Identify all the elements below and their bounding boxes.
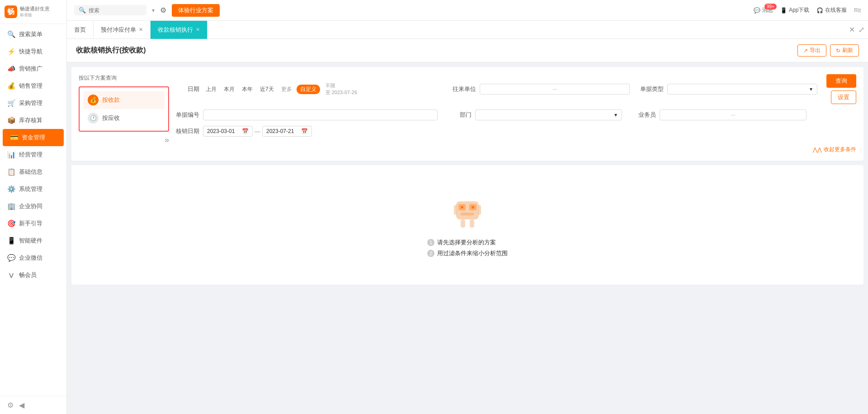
header-gear-icon[interactable]: ⚙ (160, 6, 166, 14)
app-icon: 📱 (780, 7, 787, 14)
tab-receipt-close-icon[interactable]: ✕ (196, 27, 200, 33)
date-btn-7days[interactable]: 近7天 (257, 85, 277, 94)
nav-label-operation: 经营管理 (19, 151, 42, 159)
sidebar-item-hardware[interactable]: 📱 智能硬件 (0, 232, 66, 249)
sidebar-item-system[interactable]: ⚙️ 系统管理 (0, 181, 66, 198)
header-user[interactable]: Rit (854, 7, 861, 14)
settings-btn[interactable]: 设置 (831, 90, 856, 104)
logo-text: 畅捷通好生意 (20, 5, 50, 12)
filter-option-receivable[interactable]: 🕐 按应收 (83, 109, 165, 127)
service-label: 在线客服 (825, 6, 847, 14)
tab-receipt[interactable]: 收款核销执行 ✕ (151, 21, 208, 39)
verify-date-end[interactable]: 2023-07-21 📅 (262, 126, 312, 137)
sidebar-item-vip[interactable]: V 畅会员 (0, 266, 66, 284)
date-btn-custom[interactable]: 自定义 (297, 85, 320, 94)
sidebar-item-wechat[interactable]: 💬 企业微信 (0, 249, 66, 266)
nav-icon-system: ⚙️ (7, 185, 15, 193)
nav-label-purchase: 采购管理 (19, 99, 42, 107)
filter-option-receipt[interactable]: 💰 按收款 (83, 91, 165, 109)
svg-point-8 (461, 206, 463, 209)
nav-icon-operation: 📊 (7, 151, 15, 159)
customer-input[interactable]: ··· (480, 84, 630, 95)
header-search-input[interactable] (89, 7, 134, 14)
tab-prepay[interactable]: 预付冲应付单 ✕ (94, 21, 151, 39)
filter-rows: 日期 上月 本月 本年 近7天 更多 自定义 不限 至 (175, 74, 856, 153)
refresh-icon: ↻ (836, 48, 840, 54)
industry-btn[interactable]: 体验行业方案 (172, 4, 220, 17)
header-right: 💬 消息 99+ 📱 App下载 🎧 在线客服 Rit (754, 6, 861, 14)
sidebar-item-inventory[interactable]: 📦 库存核算 (0, 112, 66, 129)
filter-customer-field: 往来单位 ··· (451, 84, 630, 95)
header-chevron-icon[interactable]: ▾ (152, 7, 155, 14)
tab-expand-icon[interactable]: ⤢ (859, 25, 864, 34)
header-app[interactable]: 📱 App下载 (780, 6, 809, 14)
logo-icon: 畅 (5, 5, 17, 18)
dept-label: 部门 (447, 111, 472, 119)
tab-bar-actions: ✕ ⤢ (849, 25, 868, 34)
voucher-type-select[interactable]: ▾ (667, 84, 817, 95)
date-btn-this-month[interactable]: 本月 (221, 85, 237, 94)
staff-input[interactable]: ··· (660, 109, 807, 120)
refresh-label: 刷新 (842, 47, 853, 54)
svg-rect-0 (456, 201, 479, 219)
query-btn[interactable]: 查询 (826, 74, 856, 88)
filter-voucher-no-field: 单据编号 (175, 109, 438, 120)
empty-tip-2: 2 用过滤条件来缩小分析范围 (427, 249, 508, 257)
date-btn-more[interactable]: 更多 (278, 85, 295, 94)
header-search-box[interactable]: 🔍 (74, 5, 146, 15)
sidebar-item-finance[interactable]: 💳 资金管理 (3, 129, 64, 146)
date-range-text: 不限 至 2023-07-26 (326, 82, 357, 96)
tab-bar: 首页 预付冲应付单 ✕ 收款核销执行 ✕ ✕ ⤢ (67, 21, 868, 39)
nav-label-hardware: 智能硬件 (19, 237, 42, 245)
nav-label-marketing: 营销推广 (19, 65, 42, 73)
receipt-option-icon: 💰 (88, 95, 99, 105)
tab-close-all-icon[interactable]: ✕ (849, 25, 855, 34)
tip-num-2: 2 (427, 250, 434, 257)
nav-icon-wechat: 💬 (7, 254, 15, 262)
filter-collapse-icon[interactable]: » (79, 135, 169, 145)
sidebar: 畅 畅捷通好生意 标准版 🔍 搜索菜单 ⚡ 快捷导航 📣 营销推广 💰 销售管理… (0, 0, 67, 414)
tip-text-2: 用过滤条件来缩小分析范围 (437, 249, 508, 257)
collapse-more-btn[interactable]: ⋀⋀ 收起更多条件 (813, 146, 856, 153)
sidebar-item-guide[interactable]: 🎯 新手引导 (0, 215, 66, 232)
header-service[interactable]: 🎧 在线客服 (816, 6, 847, 14)
sidebar-item-corp[interactable]: 🏢 企业协同 (0, 198, 66, 215)
sidebar-item-purchase[interactable]: 🛒 采购管理 (0, 95, 66, 112)
dept-chevron: ▾ (614, 112, 617, 118)
sidebar-item-search[interactable]: 🔍 搜索菜单 (0, 26, 66, 43)
verify-date-start[interactable]: 2023-03-01 📅 (203, 126, 253, 137)
collapse-sidebar-icon[interactable]: ◀ (19, 401, 24, 409)
settings-icon[interactable]: ⚙ (7, 401, 14, 409)
page-title: 收款核销执行(按收款) (76, 46, 146, 55)
query-actions: 查询 设置 (826, 74, 856, 104)
verify-date-inputs: 2023-03-01 📅 — 2023-07-21 📅 (203, 126, 312, 137)
sidebar-item-operation[interactable]: 📊 经营管理 (0, 146, 66, 163)
staff-label: 业务员 (631, 111, 656, 119)
voucher-no-input[interactable] (203, 109, 438, 120)
tab-prepay-close-icon[interactable]: ✕ (139, 27, 143, 33)
filter-voucher-type-field: 单据类型 ▾ (639, 84, 817, 95)
nav-label-quick: 快捷导航 (19, 48, 42, 56)
nav-icon-finance: 💳 (10, 133, 18, 142)
date-btn-last-month[interactable]: 上月 (203, 85, 219, 94)
nav-icon-vip: V (7, 271, 15, 279)
sidebar-logo: 畅 畅捷通好生意 标准版 (0, 0, 66, 24)
calendar-end-icon: 📅 (301, 128, 308, 134)
filter-options-box: 💰 按收款 🕐 按应收 (79, 86, 169, 132)
nav-icon-purchase: 🛒 (7, 99, 15, 107)
tab-home[interactable]: 首页 (67, 21, 94, 39)
sidebar-item-quick[interactable]: ⚡ 快捷导航 (0, 43, 66, 60)
main-area: 🔍 ▾ ⚙ 体验行业方案 💬 消息 99+ 📱 App下载 🎧 在线客服 Rit (67, 0, 868, 414)
sidebar-item-marketing[interactable]: 📣 营销推广 (0, 60, 66, 77)
header-msg[interactable]: 💬 消息 99+ (754, 6, 773, 14)
date-btn-this-year[interactable]: 本年 (239, 85, 255, 94)
svg-rect-7 (470, 219, 474, 228)
service-icon: 🎧 (816, 7, 823, 14)
sidebar-item-basic[interactable]: 📋 基础信息 (0, 163, 66, 181)
dept-select[interactable]: ▾ (475, 109, 622, 120)
export-btn[interactable]: ↗ 导出 (797, 44, 826, 57)
sidebar-item-sales[interactable]: 💰 销售管理 (0, 77, 66, 95)
refresh-btn[interactable]: ↻ 刷新 (830, 44, 859, 57)
svg-rect-6 (461, 219, 465, 228)
tip-text-1: 请先选择要分析的方案 (437, 238, 496, 247)
